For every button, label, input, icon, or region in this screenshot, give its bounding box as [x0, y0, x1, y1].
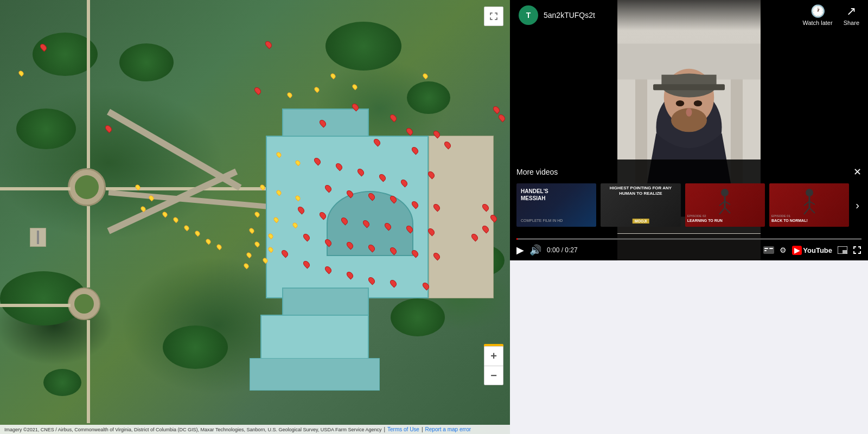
- zoom-in-button[interactable]: +: [484, 346, 503, 366]
- svg-rect-30: [843, 250, 847, 253]
- tree-cluster: [119, 43, 174, 81]
- watch-later-icon: 🕐: [810, 4, 825, 18]
- more-video-item[interactable]: HIGHEST POINTING FOR ANY HUMAN TO REALIZ…: [601, 183, 680, 227]
- svg-line-17: [719, 208, 725, 214]
- attribution-text: Imagery ©2021, CNES / Airbus, Commonweal…: [4, 427, 381, 432]
- video-header: T 5an2kTUFQs2t 🕐 Watch later ↗ Share: [510, 0, 868, 30]
- youtube-bottom-area: [510, 260, 868, 434]
- zoom-out-button[interactable]: −: [484, 366, 503, 385]
- tree-cluster: [43, 369, 81, 396]
- map-attribution: Imagery ©2021, CNES / Airbus, Commonweal…: [0, 425, 510, 434]
- video-player[interactable]: T 5an2kTUFQs2t 🕐 Watch later ↗ Share Mor…: [510, 0, 868, 260]
- volume-button[interactable]: 🔊: [529, 244, 541, 256]
- video-progress-bar[interactable]: [516, 238, 861, 240]
- more-videos-panel: More videos ✕ HANDEL'S MESSIAH COMPLETE …: [510, 159, 868, 233]
- roundabout-south-center: [74, 294, 94, 314]
- svg-point-11: [694, 100, 702, 106]
- road: [87, 0, 90, 168]
- svg-point-19: [806, 189, 813, 196]
- road: [0, 187, 71, 190]
- report-error-link[interactable]: Report a map error: [425, 426, 471, 432]
- svg-rect-28: [764, 250, 767, 251]
- map-fullscreen-button[interactable]: [484, 7, 503, 26]
- south-building-ext: [250, 358, 380, 391]
- channel-avatar[interactable]: T: [519, 5, 538, 25]
- miniplayer-button[interactable]: [838, 246, 847, 254]
- svg-line-24: [809, 208, 815, 213]
- svg-rect-26: [764, 248, 768, 249]
- more-videos-header: More videos ✕: [516, 166, 861, 178]
- road: [87, 206, 90, 288]
- tree-cluster: [16, 108, 76, 149]
- share-button[interactable]: ↗ Share: [844, 4, 859, 26]
- youtube-logo: ▶YouTube: [792, 246, 832, 254]
- tree-cluster: [326, 22, 401, 71]
- close-more-videos-button[interactable]: ✕: [853, 166, 861, 178]
- more-videos-list: HANDEL'S MESSIAH COMPLETE FILM IN HD HIG…: [516, 183, 861, 227]
- map-zoom-controls: + −: [484, 346, 503, 385]
- svg-point-10: [676, 100, 684, 106]
- fullscreen-button[interactable]: [853, 246, 861, 254]
- controls-row: ▶ 🔊 0:00 / 0:27 ⚙ ▶YouTube: [516, 244, 861, 256]
- more-videos-title: More videos: [516, 168, 558, 176]
- more-video-item[interactable]: EPISODE 01 BACK TO NORMAL!: [769, 183, 849, 227]
- east-plaza: [429, 136, 494, 298]
- more-video-item[interactable]: HANDEL'S MESSIAH COMPLETE FILM IN HD: [516, 183, 596, 227]
- svg-rect-8: [653, 84, 725, 90]
- monument: [30, 228, 46, 247]
- road: [0, 304, 71, 307]
- settings-button[interactable]: ⚙: [780, 246, 787, 254]
- tree-cluster: [163, 326, 228, 369]
- svg-point-12: [686, 108, 692, 116]
- video-controls: ▶ 🔊 0:00 / 0:27 ⚙ ▶YouTube: [510, 234, 868, 260]
- video-header-actions: 🕐 Watch later ↗ Share: [802, 4, 859, 26]
- channel-name: 5an2kTUFQs2t: [544, 11, 595, 20]
- map-area[interactable]: 🧍 + − Imagery ©2021, CNES / Airbus, Comm…: [0, 0, 510, 434]
- captions-button[interactable]: [763, 246, 774, 254]
- svg-line-18: [725, 208, 730, 213]
- more-video-item[interactable]: EPISODE 02 LEARNING TO RUN: [685, 183, 765, 227]
- share-icon: ↗: [846, 4, 856, 18]
- time-display: 0:00 / 0:27: [547, 246, 578, 254]
- svg-point-13: [721, 189, 729, 196]
- svg-line-23: [804, 208, 809, 214]
- video-channel-info: T 5an2kTUFQs2t: [519, 5, 595, 25]
- youtube-area: T 5an2kTUFQs2t 🕐 Watch later ↗ Share Mor…: [510, 0, 868, 434]
- map-canvas: 🧍 + − Imagery ©2021, CNES / Airbus, Comm…: [0, 0, 510, 434]
- roundabout-center: [75, 175, 99, 199]
- watch-later-button[interactable]: 🕐 Watch later: [802, 4, 832, 26]
- svg-rect-27: [769, 248, 773, 249]
- play-button[interactable]: ▶: [516, 244, 524, 256]
- video-progress-played: [516, 238, 518, 240]
- road: [87, 320, 90, 423]
- terms-of-use-link[interactable]: Terms of Use: [387, 426, 419, 432]
- more-videos-next-button[interactable]: ›: [853, 197, 861, 214]
